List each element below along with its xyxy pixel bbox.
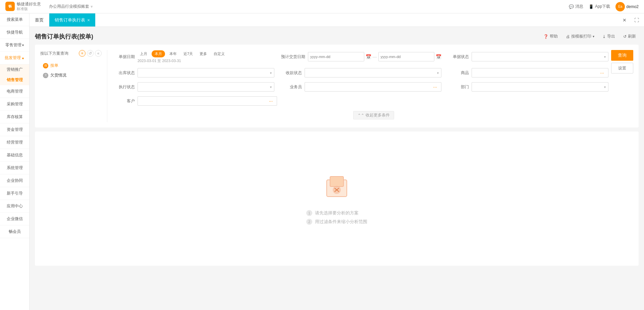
date-btn-7days[interactable]: 近7天: [181, 50, 195, 58]
sidebar-item-search[interactable]: 搜索菜单: [0, 13, 29, 26]
sidebar-item-operations[interactable]: 经营管理: [0, 136, 29, 149]
sidebar-item-collab[interactable]: 企业协同: [0, 174, 29, 187]
sidebar-item-wechat[interactable]: 企业微信: [0, 213, 29, 225]
filter-fields-panel: 单据日期 上月 本月 本年 近7天 更多: [107, 50, 633, 122]
filter-plan-panel: 按以下方案查询 + ↺ « 按 按单 欠: [40, 50, 107, 122]
filter-top-row: 按以下方案查询 + ↺ « 按 按单 欠: [40, 50, 633, 122]
department-select[interactable]: [472, 82, 608, 92]
collection-status-field: 收款状态: [281, 68, 441, 78]
sidebar-item-system[interactable]: 系统管理: [0, 162, 29, 174]
breadcrumb-arrow-icon[interactable]: ▾: [91, 4, 93, 9]
calendar-start-icon[interactable]: 📅: [366, 54, 371, 59]
date-btn-this-year[interactable]: 本年: [167, 50, 179, 58]
plan-panel-actions: + ↺ «: [79, 50, 102, 57]
department-label: 部门: [448, 84, 472, 90]
refresh-button[interactable]: ↺ 刷新: [621, 32, 639, 41]
date-control: 上月 本月 本年 近7天 更多 自定义 2023-03-01 至 20: [138, 50, 274, 63]
settings-button[interactable]: 设置: [611, 63, 633, 73]
sidebar-item-appcenter[interactable]: 应用中心: [0, 200, 29, 213]
plan-panel-header: 按以下方案查询 + ↺ «: [40, 50, 102, 57]
salesperson-more-icon[interactable]: ···: [432, 84, 438, 90]
print-button[interactable]: 🖨 按模板打印 ▾: [563, 32, 597, 41]
sidebar-item-sales-mgmt[interactable]: 销售管理: [0, 75, 29, 85]
sidebar-item-marketing[interactable]: 营销推广: [0, 64, 29, 75]
doc-status-select[interactable]: [472, 52, 608, 61]
sidebar-item-newbie[interactable]: 新手引导: [0, 187, 29, 200]
close-window-icon: ✕: [623, 17, 627, 23]
user-name: demo2: [626, 4, 639, 9]
help-button[interactable]: ❓ 帮助: [541, 32, 560, 41]
collapse-button[interactable]: ⌃⌃ 收起更多条件: [353, 111, 394, 119]
date-separator: —: [373, 54, 377, 59]
sidebar-item-basics[interactable]: 基础信息: [0, 149, 29, 162]
filter-panel: 按以下方案查询 + ↺ « 按 按单 欠: [35, 45, 639, 127]
date-btn-more[interactable]: 更多: [197, 50, 209, 58]
date-range-display: 2023-03-01 至 2023-03-31: [138, 58, 274, 63]
tab-close-icon[interactable]: ×: [87, 17, 90, 23]
tab-active[interactable]: 销售订单执行表 ×: [49, 13, 95, 27]
export-button[interactable]: ⤓ 导出: [600, 32, 618, 41]
date-btn-prev-month[interactable]: 上月: [138, 50, 150, 58]
breadcrumb: 办公用品行业模拟账套 ▾: [49, 4, 93, 9]
top-bar: 畅 畅捷通好生意 标准版 办公用品行业模拟账套 ▾ 💬 消息 📱 App下载 E…: [0, 0, 644, 13]
goods-more-icon[interactable]: ···: [599, 70, 605, 75]
refresh-plan-button[interactable]: ↺: [87, 50, 94, 57]
app-name: 畅捷通好生意: [17, 2, 41, 6]
page-header: 销售订单执行表(按单) ❓ 帮助 🖨 按模板打印 ▾ ⤓ 导出: [35, 32, 639, 41]
customer-more-icon[interactable]: ···: [268, 98, 274, 104]
refresh-icon: ↺: [623, 34, 627, 39]
logo-area: 畅 畅捷通好生意 标准版: [5, 2, 41, 11]
collapse-plan-button[interactable]: «: [95, 50, 102, 57]
step-num-2: 2: [306, 219, 312, 225]
expected-delivery-end-input[interactable]: [378, 52, 435, 61]
tab-home[interactable]: 首页: [30, 13, 49, 27]
plan-option-按单[interactable]: 按 按单: [40, 61, 102, 70]
customer-input[interactable]: [141, 99, 268, 103]
app-download-button[interactable]: 📱 App下载: [589, 4, 610, 9]
download-icon: 📱: [589, 4, 594, 9]
collapse-row: ⌃⌃ 收起更多条件: [114, 108, 633, 122]
add-plan-button[interactable]: +: [79, 50, 86, 57]
date-btn-custom[interactable]: 自定义: [211, 50, 227, 58]
search-action-col: 查询 设置: [608, 50, 633, 73]
sidebar-item-member[interactable]: 畅会员: [0, 225, 29, 238]
sidebar: 搜索菜单 快捷导航 零售管理 ▾ 批发管理 ▲ 营销推广 销售管理: [0, 13, 30, 310]
search-button[interactable]: 查询: [611, 50, 633, 61]
page-title: 销售订单执行表(按单): [35, 33, 93, 41]
app-subtitle: 标准版: [17, 6, 41, 11]
print-icon: 🖨: [566, 34, 570, 39]
message-icon: 💬: [569, 4, 574, 9]
sidebar-item-wholesale[interactable]: 批发管理 ▲: [0, 52, 29, 64]
sidebar-item-ecommerce[interactable]: 电商管理: [0, 85, 29, 98]
tab-actions: ✕ ⛶: [620, 15, 644, 25]
collection-status-label: 收款状态: [281, 70, 305, 76]
calendar-end-icon[interactable]: 📅: [436, 54, 441, 59]
avatar: Ea: [615, 2, 625, 11]
message-button[interactable]: 💬 消息: [569, 4, 583, 9]
delivery-status-select[interactable]: [138, 68, 274, 78]
empty-steps: 1 请先选择要分析的方案 2 用过滤条件来缩小分析范围: [306, 210, 367, 227]
salesperson-input[interactable]: [308, 85, 432, 89]
sidebar-item-retail[interactable]: 零售管理 ▾: [0, 39, 29, 52]
delivery-status-field: 出库状态: [114, 68, 274, 78]
sidebar-item-purchase[interactable]: 采购管理: [0, 98, 29, 111]
plan-panel-title: 按以下方案查询: [40, 51, 68, 56]
user-area[interactable]: Ea demo2: [615, 2, 639, 11]
sidebar-item-finance[interactable]: 资金管理: [0, 123, 29, 136]
collection-status-select[interactable]: [305, 68, 441, 78]
exec-status-select[interactable]: [138, 82, 274, 92]
date-btn-this-month[interactable]: 本月: [152, 50, 165, 57]
delivery-status-control: [138, 68, 274, 78]
doc-status-control: [472, 52, 608, 61]
sidebar-item-quicknav[interactable]: 快捷导航: [0, 26, 29, 39]
sidebar-item-inventory[interactable]: 库存核算: [0, 111, 29, 123]
goods-label: 商品: [448, 70, 472, 76]
content-area: 首页 销售订单执行表 × ✕ ⛶ 销售订单执行表(按单): [30, 13, 644, 310]
goods-input[interactable]: [475, 70, 599, 75]
breadcrumb-text: 办公用品行业模拟账套: [49, 4, 89, 9]
maximize-button[interactable]: ⛶: [632, 15, 641, 25]
expected-delivery-start-input[interactable]: [308, 52, 364, 61]
close-window-button[interactable]: ✕: [620, 15, 629, 25]
plan-option-欠货情况[interactable]: 欠 欠货情况: [40, 70, 102, 80]
department-field: 部门: [448, 82, 608, 92]
